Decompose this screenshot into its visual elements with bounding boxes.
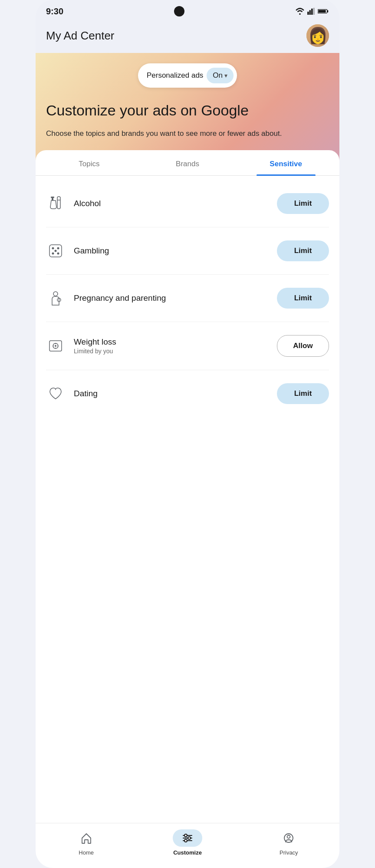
list-item-dating: Dating Limit [46, 370, 329, 417]
hero-section: Personalized ads On ▾ Customize your ads… [36, 53, 339, 161]
svg-rect-9 [57, 197, 60, 209]
nav-customize[interactable]: Customize [137, 829, 238, 856]
list-item-weight: Weight loss Limited by you Allow [46, 322, 329, 370]
app-header: My Ad Center [36, 20, 339, 53]
svg-point-12 [52, 247, 54, 250]
svg-rect-7 [51, 197, 54, 198]
chevron-down-icon: ▾ [224, 72, 227, 79]
on-button[interactable]: On ▾ [207, 68, 234, 83]
pregnancy-icon [46, 289, 65, 308]
home-nav-label: Home [79, 849, 94, 856]
privacy-nav-label: Privacy [280, 849, 298, 856]
weight-icon [46, 336, 65, 355]
tab-brands[interactable]: Brands [138, 150, 237, 175]
signal-icon [307, 8, 315, 15]
svg-rect-3 [313, 8, 315, 15]
gambling-label: Gambling [74, 246, 109, 256]
svg-rect-0 [307, 12, 309, 15]
customize-nav-label: Customize [173, 849, 202, 856]
on-label: On [213, 71, 223, 80]
personalized-label: Personalized ads [147, 71, 203, 80]
list-item-gambling: Gambling Limit [46, 227, 329, 275]
dating-icon [46, 384, 65, 403]
gambling-limit-button[interactable]: Limit [277, 240, 329, 261]
svg-point-16 [55, 250, 57, 252]
list-item-alcohol: Alcohol Limit [46, 180, 329, 227]
app-title: My Ad Center [46, 29, 115, 43]
tabs-header: Topics Brands Sensitive [36, 150, 339, 176]
svg-point-29 [184, 834, 187, 837]
nav-home[interactable]: Home [36, 829, 137, 856]
weight-label: Weight loss [74, 337, 116, 347]
home-icon [78, 829, 95, 847]
wifi-icon [295, 8, 305, 15]
weight-sub: Limited by you [74, 348, 116, 355]
hero-subtitle: Choose the topics and brands you want to… [46, 128, 329, 139]
svg-point-14 [52, 253, 54, 255]
svg-point-15 [57, 253, 59, 255]
status-bar: 9:30 [36, 0, 339, 20]
svg-point-17 [53, 292, 58, 296]
svg-rect-5 [318, 10, 326, 13]
tab-topics[interactable]: Topics [40, 150, 138, 175]
svg-point-25 [55, 345, 56, 347]
alcohol-limit-button[interactable]: Limit [277, 193, 329, 214]
weight-allow-button[interactable]: Allow [277, 335, 329, 357]
sensitive-list: Alcohol Limit [36, 176, 339, 421]
gambling-icon [46, 241, 65, 260]
bottom-nav: Home Customize [36, 823, 339, 868]
tab-sensitive[interactable]: Sensitive [237, 150, 335, 175]
tabs-section: Topics Brands Sensitive [36, 150, 339, 823]
dating-label: Dating [74, 389, 98, 398]
pregnancy-limit-button[interactable]: Limit [277, 288, 329, 309]
hero-title: Customize your ads on Google [46, 102, 329, 119]
personalized-toggle[interactable]: Personalized ads On ▾ [138, 63, 237, 88]
list-item-pregnancy: Pregnancy and parenting Limit [46, 275, 329, 322]
nav-privacy[interactable]: Privacy [238, 829, 339, 856]
svg-point-31 [184, 839, 187, 842]
svg-rect-2 [311, 9, 313, 15]
svg-point-13 [57, 247, 59, 250]
privacy-icon [280, 829, 297, 847]
status-icons [295, 8, 329, 15]
customize-icon [173, 829, 202, 847]
svg-rect-8 [52, 198, 53, 201]
battery-icon [318, 8, 329, 14]
alcohol-icon [46, 194, 65, 213]
svg-rect-1 [309, 10, 311, 15]
pregnancy-label: Pregnancy and parenting [74, 293, 166, 303]
svg-rect-6 [327, 10, 329, 12]
avatar[interactable] [306, 24, 329, 47]
svg-point-30 [188, 837, 191, 839]
svg-point-33 [287, 835, 290, 838]
dating-limit-button[interactable]: Limit [277, 383, 329, 404]
alcohol-label: Alcohol [74, 199, 101, 208]
status-time: 9:30 [46, 7, 63, 16]
camera-cutout [174, 6, 184, 16]
